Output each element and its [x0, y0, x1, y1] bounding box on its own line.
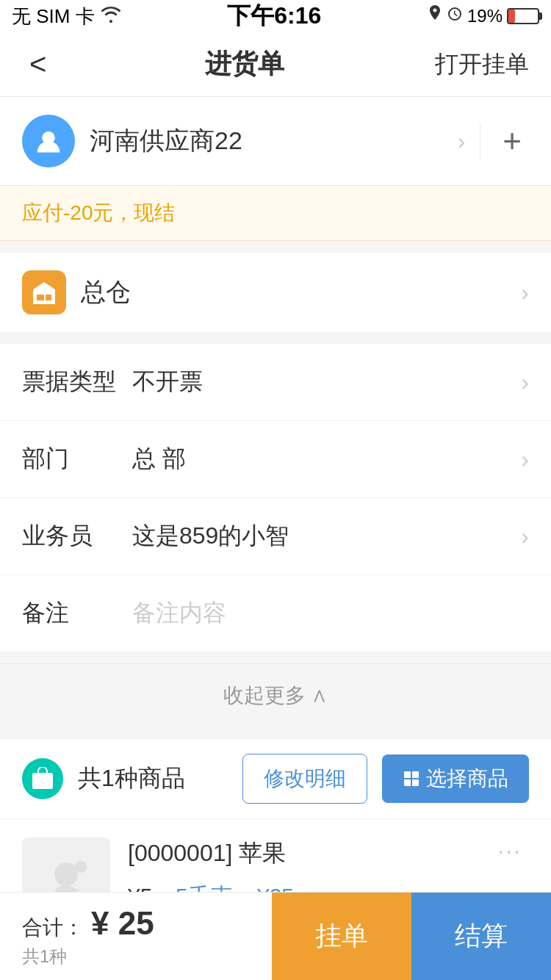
open-pending-button[interactable]: 打开挂单 [435, 48, 529, 81]
salesperson-value: 这是859的小智 [118, 520, 514, 552]
wifi-icon [101, 5, 121, 28]
status-bar: 无 SIM 卡 下午6:16 19% [0, 0, 551, 32]
svg-rect-1 [32, 773, 53, 789]
salesperson-chevron-icon: › [521, 523, 529, 550]
total-label-text: 合计： [22, 914, 84, 942]
status-time: 下午6:16 [227, 0, 321, 32]
form-section: 票据类型 不开票 › 部门 总 部 › 业务员 这是859的小智 › 备注 备注… [0, 344, 551, 652]
salesperson-label: 业务员 [22, 520, 118, 552]
supplier-name[interactable]: 河南供应商22 [90, 124, 450, 158]
total-label-row: 合计： ¥ 25 [22, 905, 250, 942]
status-left: 无 SIM 卡 [12, 4, 121, 29]
svg-rect-4 [404, 779, 411, 786]
invoice-type-label: 票据类型 [22, 366, 118, 398]
salesperson-row[interactable]: 业务员 这是859的小智 › [0, 498, 551, 575]
product-title: 苹果 [239, 840, 286, 866]
select-product-label: 选择商品 [426, 765, 508, 793]
warehouse-name: 总仓 [81, 275, 514, 309]
product-more-button[interactable]: ··· [490, 837, 529, 865]
warehouse-section[interactable]: 总仓 › [0, 253, 551, 332]
total-section: 合计： ¥ 25 共1种 [0, 893, 272, 980]
main-content: 河南供应商22 › + 应付-20元，现结 总仓 › 票据类型 不开票 › 部门… [0, 97, 551, 980]
product-name: [0000001] 苹果 [128, 837, 472, 870]
svg-rect-3 [412, 771, 419, 778]
settle-button[interactable]: 结算 [411, 893, 551, 980]
carrier-text: 无 SIM 卡 [12, 4, 95, 29]
products-icon [22, 758, 63, 799]
back-button[interactable]: < [22, 40, 54, 88]
invoice-type-row[interactable]: 票据类型 不开票 › [0, 344, 551, 421]
department-chevron-icon: › [521, 446, 529, 473]
divider [480, 123, 480, 159]
product-code: [0000001] [128, 840, 232, 866]
add-button[interactable]: + [495, 123, 529, 159]
collapse-button[interactable]: 收起更多 ∧ [0, 663, 551, 727]
supplier-avatar [22, 115, 75, 167]
svg-point-6 [54, 862, 78, 886]
nav-bar: < 进货单 打开挂单 [0, 32, 551, 97]
svg-rect-2 [404, 771, 411, 778]
supplier-section: 河南供应商22 › + 应付-20元，现结 [0, 97, 551, 241]
department-label: 部门 [22, 443, 118, 475]
edit-details-button[interactable]: 修改明细 [242, 754, 367, 804]
select-product-button[interactable]: 选择商品 [382, 754, 529, 803]
warehouse-chevron-icon: › [521, 279, 529, 306]
invoice-chevron-icon: › [521, 369, 529, 396]
bottom-bar: 合计： ¥ 25 共1种 挂单 结算 [0, 892, 551, 980]
remark-value[interactable]: 备注内容 [118, 597, 529, 630]
supplier-chevron-icon: › [458, 128, 466, 155]
pending-button[interactable]: 挂单 [272, 893, 411, 980]
warehouse-icon [22, 270, 66, 314]
alarm-icon [447, 6, 463, 26]
department-value: 总 部 [118, 443, 514, 475]
invoice-type-value: 不开票 [118, 366, 514, 398]
location-icon [428, 5, 442, 27]
remark-row[interactable]: 备注 备注内容 [0, 575, 551, 652]
department-row[interactable]: 部门 总 部 › [0, 421, 551, 498]
supplier-alert: 应付-20元，现结 [0, 185, 551, 241]
products-count: 共1种商品 [78, 763, 228, 795]
total-amount: ¥ 25 [91, 905, 154, 942]
remark-label: 备注 [22, 597, 118, 630]
svg-rect-5 [412, 779, 419, 786]
products-header: 共1种商品 修改明细 选择商品 [0, 739, 551, 818]
status-right: 19% [428, 5, 539, 27]
svg-point-7 [75, 861, 87, 873]
total-sub: 共1种 [22, 945, 250, 968]
battery-text: 19% [467, 6, 503, 26]
page-title: 进货单 [205, 46, 284, 82]
supplier-row: 河南供应商22 › + [0, 97, 551, 185]
battery-icon [507, 8, 539, 24]
